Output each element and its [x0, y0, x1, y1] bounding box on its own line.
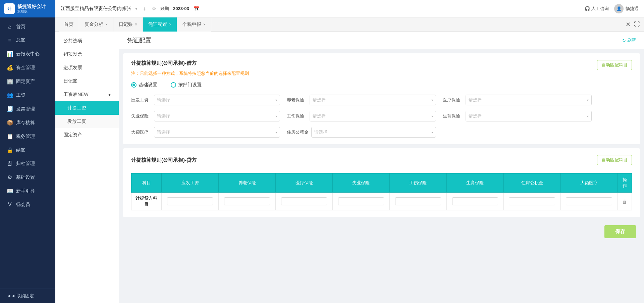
input-0-3[interactable] — [338, 197, 384, 205]
nav-label-9: 结账 — [16, 147, 25, 153]
select-placeholder-医疗保险: 请选择 — [469, 97, 482, 103]
sidebar-item-首页[interactable]: ⌂首页 — [0, 20, 55, 34]
tab-资金分析[interactable]: 资金分析× — [79, 17, 113, 32]
sidebar-item-归档管理[interactable]: 🗄归档管理 — [0, 157, 55, 170]
menu-item-公共选项[interactable]: 公共选项 — [55, 34, 119, 48]
input-0-0[interactable] — [167, 197, 213, 205]
tab-close-1[interactable]: × — [105, 22, 108, 27]
form-select-医疗保险[interactable]: 请选择 ▾ — [466, 95, 592, 105]
radio-basic-circle — [131, 82, 137, 88]
tab-label-0: 首页 — [64, 21, 73, 28]
radio-group: 基础设置 按部门设置 — [131, 82, 592, 88]
section-debit: 计提核算规则(公司承担)-借方 注：只能选择一种方式，系统将按照您当前的选择来配… — [123, 53, 640, 144]
input-0-6[interactable] — [509, 197, 555, 205]
form-label-生育保险: 生育保险 — [443, 113, 463, 119]
nav-label-7: 库存核算 — [16, 120, 35, 126]
close-tab-icon[interactable]: ✕ — [626, 21, 631, 28]
sidebar-item-基础设置[interactable]: ⚙基础设置 — [0, 170, 55, 184]
expand-icon[interactable]: ⛶ — [634, 21, 640, 28]
form-select-应发工资[interactable]: 请选择 ▾ — [154, 95, 280, 105]
auto-match-debit-button[interactable]: 自动匹配科目 — [597, 60, 632, 70]
menu-label-2: 进项发票 — [63, 65, 82, 71]
menu-item-日记账[interactable]: 日记账 — [55, 74, 119, 88]
col-header-住房公积金: 住房公积金 — [503, 173, 560, 193]
main-area: 江西服宝精品有限责任公司内账张 ▾ ＋ ⚙ 账期 2023-03 📅 🎧 人工咨… — [55, 0, 644, 303]
form-row-养老保险: 养老保险 请选择 ▾ — [287, 95, 436, 105]
menu-item-发放工资[interactable]: 发放工资 — [55, 115, 119, 128]
sidebar-item-工资[interactable]: 👥工资 — [0, 88, 55, 102]
select-placeholder-大额医疗: 请选择 — [157, 129, 170, 135]
sidebar-item-库存核算[interactable]: 📦库存核算 — [0, 116, 55, 130]
dropdown-icon[interactable]: ▾ — [135, 6, 138, 11]
col-header-科目: 科目 — [131, 173, 162, 193]
menu-expand-工资表[interactable]: 工资表NEW — [55, 88, 119, 101]
headset-icon: 🎧 — [585, 6, 590, 11]
save-button[interactable]: 保存 — [604, 225, 636, 238]
sidebar-item-固定资产[interactable]: 🏢固定资产 — [0, 74, 55, 88]
tab-个税申报[interactable]: 个税申报× — [177, 17, 211, 32]
select-arrow-失业保险: ▾ — [275, 114, 277, 118]
nav-label-10: 归档管理 — [16, 161, 35, 167]
tab-首页[interactable]: 首页 — [59, 17, 79, 32]
form-label-工伤保险: 工伤保险 — [287, 113, 307, 119]
form-select-生育保险[interactable]: 请选择 ▾ — [466, 111, 592, 121]
sidebar-item-税务管理[interactable]: 📋税务管理 — [0, 130, 55, 143]
form-select-失业保险[interactable]: 请选择 ▾ — [154, 111, 280, 121]
form-row-大额医疗: 大额医疗 请选择 ▾ — [131, 127, 280, 138]
nav-icon-3: 💰 — [7, 64, 13, 71]
sidebar-item-结账[interactable]: 🔒结账 — [0, 143, 55, 157]
sidebar-item-云报表中心[interactable]: 📊云报表中心 — [0, 47, 55, 61]
menu-item-销项发票[interactable]: 销项发票 — [55, 48, 119, 61]
nav-label-0: 首页 — [16, 24, 25, 30]
sidebar-item-新手引导[interactable]: 📖新手引导 — [0, 184, 55, 198]
nav-icon-5: 👥 — [7, 92, 13, 98]
input-0-5[interactable] — [452, 197, 498, 205]
form-select-大额医疗[interactable]: 请选择 ▾ — [154, 127, 280, 138]
add-icon[interactable]: ＋ — [142, 5, 148, 13]
avatar: 👤 — [614, 4, 624, 13]
cancel-fixed-button[interactable]: ◄◄ 取消固定 — [0, 289, 55, 303]
form-select-养老保险[interactable]: 请选择 ▾ — [310, 95, 436, 105]
nav-label-1: 总账 — [16, 37, 25, 43]
tab-close-2[interactable]: × — [135, 22, 137, 27]
sidebar-item-总账[interactable]: ≡总账 — [0, 34, 55, 47]
settings-icon[interactable]: ⚙ — [152, 5, 156, 12]
select-placeholder-失业保险: 请选择 — [157, 113, 170, 119]
cell-0-3 — [333, 193, 390, 210]
select-placeholder-生育保险: 请选择 — [469, 113, 482, 119]
radio-basic[interactable]: 基础设置 — [131, 82, 157, 88]
sidebar-item-发票管理[interactable]: 🧾发票管理 — [0, 102, 55, 116]
menu-item-计提工资[interactable]: 计提工资 — [55, 101, 119, 115]
menu-item-进项发票[interactable]: 进项发票 — [55, 61, 119, 74]
input-0-4[interactable] — [395, 197, 441, 205]
nav-label-5: 工资 — [16, 92, 25, 98]
form-row-生育保险: 生育保险 请选择 ▾ — [443, 111, 592, 121]
auto-match-credit-button[interactable]: 自动匹配科目 — [597, 155, 632, 165]
sidebar-item-资金管理[interactable]: 💰资金管理 — [0, 61, 55, 74]
form-label-住房公积金: 住房公积金 — [287, 129, 309, 135]
delete-row-button-0[interactable]: 🗑 — [622, 199, 627, 204]
radio-department[interactable]: 按部门设置 — [171, 82, 202, 88]
menu-label-0: 公共选项 — [63, 38, 82, 44]
save-bar: 保存 — [119, 221, 644, 242]
refresh-button[interactable]: ↻ 刷新 — [622, 37, 636, 43]
tab-日记账[interactable]: 日记账× — [113, 17, 143, 32]
form-select-工伤保险[interactable]: 请选择 ▾ — [310, 111, 436, 121]
tab-close-4[interactable]: × — [203, 22, 206, 27]
consultant-btn[interactable]: 🎧 人工咨询 — [585, 6, 609, 12]
calendar-icon[interactable]: 📅 — [193, 5, 200, 12]
refresh-icon: ↻ — [622, 38, 626, 43]
form-select-住房公积金[interactable]: 请选择 ▾ — [311, 127, 436, 138]
col-header-失业保险: 失业保险 — [333, 173, 390, 193]
tab-close-3[interactable]: × — [169, 22, 171, 27]
topbar: 江西服宝精品有限责任公司内账张 ▾ ＋ ⚙ 账期 2023-03 📅 🎧 人工咨… — [55, 0, 644, 17]
select-arrow-工伤保险: ▾ — [431, 114, 433, 118]
col-header-大额医疗: 大额医疗 — [560, 173, 618, 193]
sidebar-item-畅会员[interactable]: V畅会员 — [0, 198, 55, 211]
page-title: 凭证配置 — [127, 36, 151, 44]
input-0-1[interactable] — [224, 197, 270, 205]
menu-item-固定资产[interactable]: 固定资产 — [55, 128, 119, 142]
input-0-7[interactable] — [566, 197, 612, 205]
input-0-2[interactable] — [281, 197, 327, 205]
tab-凭证配置[interactable]: 凭证配置× — [143, 17, 177, 32]
